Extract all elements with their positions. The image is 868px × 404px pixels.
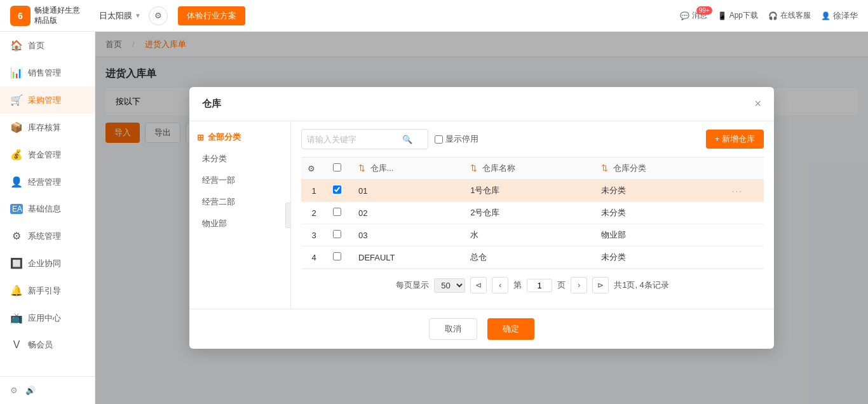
phone-icon: 📱 xyxy=(717,11,727,20)
online-service-button[interactable]: 🎧 在线客服 xyxy=(768,10,811,21)
category-all[interactable]: ⊞ 全部分类 xyxy=(189,126,290,148)
row-more[interactable] xyxy=(726,246,764,269)
try-industry-button[interactable]: 体验行业方案 xyxy=(178,6,245,25)
top-header: 6 畅捷通好生意 精品版 日太阳膜 ▼ ⚙ 体验行业方案 💬 消息 99+ 📱 … xyxy=(0,0,868,32)
row-checkbox-cell[interactable] xyxy=(327,246,352,269)
col-checkbox[interactable] xyxy=(327,158,352,180)
next-page-button[interactable]: › xyxy=(571,277,587,293)
row-checkbox-cell[interactable] xyxy=(327,202,352,224)
brand-icon: 6 xyxy=(10,6,31,26)
category-item-property[interactable]: 物业部 xyxy=(189,213,290,234)
user-avatar[interactable]: 👤 徐泽华 xyxy=(821,10,858,22)
warehouse-code: DEFAULT xyxy=(352,246,464,269)
more-dots-icon[interactable]: ··· xyxy=(732,186,743,196)
guide-icon: 🔔 xyxy=(10,285,23,297)
sales-icon: 📊 xyxy=(10,67,23,79)
per-page-select[interactable]: 50 xyxy=(434,278,465,293)
sort-icon-name: ⇅ xyxy=(470,163,477,173)
username: 徐泽华 xyxy=(833,10,858,22)
page-label: 第 xyxy=(513,279,522,291)
home-icon: 🏠 xyxy=(10,39,23,51)
search-input[interactable] xyxy=(307,135,402,144)
modal-overlay: 仓库 × ⊞ 全部分类 未分类 经营一 xyxy=(95,32,868,404)
sidebar-item-app-center[interactable]: 📺 应用中心 xyxy=(0,304,95,332)
app-center-icon: 📺 xyxy=(10,312,23,324)
add-warehouse-button[interactable]: + 新增仓库 xyxy=(706,130,764,149)
row-more[interactable] xyxy=(726,224,764,246)
row-checkbox-cell[interactable] xyxy=(327,180,352,202)
headset-icon: 🎧 xyxy=(768,11,778,20)
sidebar-item-purchase[interactable]: 🛒 采购管理 xyxy=(0,86,95,114)
sidebar-item-inventory[interactable]: 📦 库存核算 xyxy=(0,114,95,141)
row-checkbox-cell[interactable] xyxy=(327,224,352,246)
select-all-checkbox[interactable] xyxy=(333,163,341,172)
table-row[interactable]: 2 02 2号仓库 未分类 xyxy=(301,202,764,224)
last-page-button[interactable]: ⊳ xyxy=(592,277,609,293)
category-item-dept1[interactable]: 经营一部 xyxy=(189,170,290,191)
volume-icon[interactable]: 🔊 xyxy=(25,386,36,395)
sidebar-item-sales[interactable]: 📊 销售管理 xyxy=(0,59,95,86)
sidebar-item-enterprise[interactable]: 🔲 企业协同 xyxy=(0,250,95,277)
cancel-button[interactable]: 取消 xyxy=(429,318,477,340)
row-checkbox[interactable] xyxy=(333,208,341,216)
app-download-button[interactable]: 📱 App下载 xyxy=(717,10,758,21)
settings-button[interactable]: ⚙ xyxy=(149,6,168,25)
warehouse-content-panel: 🔍 显示停用 + 新增仓库 xyxy=(291,121,774,309)
row-more[interactable] xyxy=(726,202,764,224)
category-item-unclassified[interactable]: 未分类 xyxy=(189,148,290,170)
row-num: 3 xyxy=(301,224,327,246)
sidebar-item-system[interactable]: ⚙ 系统管理 xyxy=(0,222,95,250)
search-bar: 🔍 显示停用 + 新增仓库 xyxy=(301,129,764,149)
table-row[interactable]: 1 01 1号仓库 未分类 ··· xyxy=(301,180,764,202)
pagination: 每页显示 50 ⊲ ‹ 第 页 xyxy=(301,269,764,301)
content-area: 首页 / 进货入库单 进货入库单 按以下 导入 导出 刷新 查询 设置 仓库 xyxy=(95,32,868,404)
table-container: ⚙ ⇅ 仓库... xyxy=(301,157,764,269)
col-warehouse-code[interactable]: ⇅ 仓库... xyxy=(352,158,464,180)
sidebar: 🏠 首页 📊 销售管理 🛒 采购管理 📦 库存核算 💰 资金管理 👤 经营管理 … xyxy=(0,32,95,404)
first-page-button[interactable]: ⊲ xyxy=(470,277,487,293)
sidebar-item-vip[interactable]: V 畅会员 xyxy=(0,332,95,358)
operations-icon: 👤 xyxy=(10,176,23,188)
search-input-wrap: 🔍 xyxy=(301,129,428,149)
sidebar-item-basic-info[interactable]: EA 基础信息 xyxy=(0,196,95,222)
brand-logo: 6 畅捷通好生意 精品版 xyxy=(10,6,86,26)
page-total: 共1页, 4条记录 xyxy=(614,279,669,291)
col-warehouse-category[interactable]: ⇅ 仓库分类 xyxy=(595,158,726,180)
row-num: 1 xyxy=(301,180,327,202)
purchase-icon: 🛒 xyxy=(10,94,23,106)
brand-text: 畅捷通好生意 精品版 xyxy=(34,6,80,25)
row-num: 4 xyxy=(301,246,327,269)
sidebar-item-operations[interactable]: 👤 经营管理 xyxy=(0,168,95,196)
warehouse-category: 未分类 xyxy=(595,180,726,202)
warehouse-name: 水 xyxy=(464,224,595,246)
col-actions xyxy=(726,158,764,180)
row-checkbox[interactable] xyxy=(333,230,341,238)
category-item-dept2[interactable]: 经营二部 xyxy=(189,191,290,213)
header-actions: ⚙ 体验行业方案 xyxy=(149,6,245,25)
table-row[interactable]: 3 03 水 物业部 xyxy=(301,224,764,246)
row-checkbox[interactable] xyxy=(333,185,341,194)
row-more[interactable]: ··· xyxy=(726,180,764,202)
warehouse-name: 1号仓库 xyxy=(464,180,595,202)
show-disabled-checkbox[interactable] xyxy=(435,135,443,144)
page-number-input[interactable] xyxy=(527,279,552,292)
row-checkbox[interactable] xyxy=(333,252,341,260)
prev-page-button[interactable]: ‹ xyxy=(492,277,508,293)
collapse-panel-button[interactable]: 《 xyxy=(285,203,291,228)
col-warehouse-name[interactable]: ⇅ 仓库名称 xyxy=(464,158,595,180)
table-row[interactable]: 4 DEFAULT 总仓 未分类 xyxy=(301,246,764,269)
confirm-button[interactable]: 确定 xyxy=(487,318,534,340)
col-settings[interactable]: ⚙ xyxy=(301,158,327,180)
settings-bottom-icon[interactable]: ⚙ xyxy=(10,386,18,395)
grid-icon: ⊞ xyxy=(197,133,204,142)
warehouse-name: 总仓 xyxy=(464,246,595,269)
store-selector[interactable]: 日太阳膜 ▼ xyxy=(99,10,141,22)
sidebar-item-finance[interactable]: 💰 资金管理 xyxy=(0,141,95,168)
next-icon: › xyxy=(578,281,580,290)
modal-close-button[interactable]: × xyxy=(754,97,761,111)
sidebar-item-home[interactable]: 🏠 首页 xyxy=(0,32,95,59)
warehouse-category: 未分类 xyxy=(595,246,726,269)
sidebar-item-guide[interactable]: 🔔 新手引导 xyxy=(0,277,95,304)
message-button[interactable]: 💬 消息 99+ xyxy=(680,10,707,21)
show-disabled-label[interactable]: 显示停用 xyxy=(435,133,478,145)
